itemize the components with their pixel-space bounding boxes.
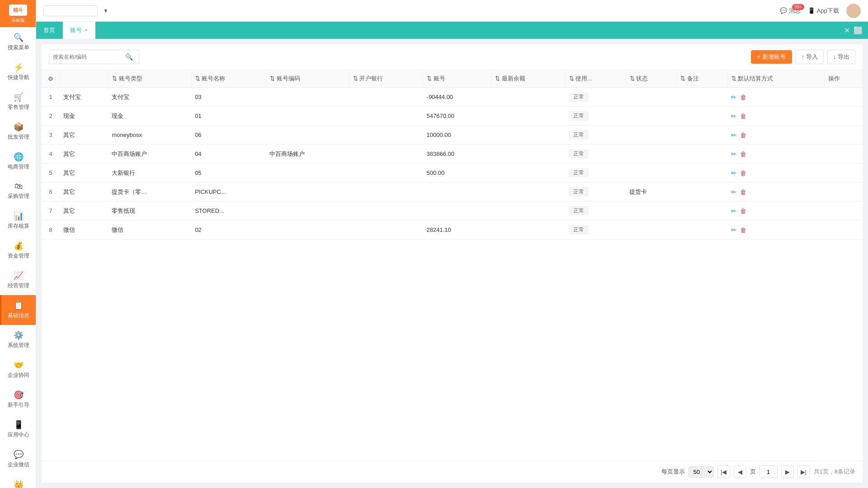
search-icon[interactable]: 🔍 [125,53,133,61]
tab-account-close[interactable]: × [85,27,88,33]
sidebar-item-new-guide[interactable]: 🎯 新手引导 [0,385,36,414]
import-button[interactable]: ↑ 导入 [796,50,824,64]
row-default-payment [677,202,728,221]
row-remark [626,126,677,145]
sidebar-item-enterprise-agreement[interactable]: 🤝 企业协同 [0,355,36,385]
search-input[interactable] [53,54,125,60]
edit-icon[interactable]: ✏ [731,113,736,120]
row-use-status [491,221,565,239]
first-page-btn[interactable]: |◀ [717,465,730,478]
tab-account[interactable]: 账号 × [63,22,95,39]
sidebar-item-member[interactable]: 👑 畅会员 [0,474,36,488]
pagination: 每页显示 50 100 200 |◀ ◀ 页 ▶ ▶| 共1页，8条记录 [42,460,863,483]
sidebar-item-search-menu[interactable]: 🔍 搜索菜单 [0,27,36,57]
topbar-search-input[interactable] [43,5,98,16]
message-btn[interactable]: 💬 消息 99+ [780,7,801,15]
col-default-payment[interactable]: ⇅ 默认结算方式 [727,70,824,88]
delete-icon[interactable]: 🗑 [740,207,746,215]
row-use-status [491,183,565,202]
delete-icon[interactable]: 🗑 [740,169,746,177]
edit-icon[interactable]: ✏ [731,169,736,177]
sidebar-item-enterprise-wechat[interactable]: 💬 企业微信 [0,444,36,474]
col-account-no[interactable]: ⇅ 账号 [423,70,491,88]
delete-icon[interactable]: 🗑 [740,113,746,120]
sidebar-item-ecommerce-manage[interactable]: 🌐 电商管理 [0,146,36,176]
row-account-type: 其它 [60,164,108,183]
row-actions: ✏ 🗑 [727,145,824,164]
delete-icon[interactable]: 🗑 [740,188,746,196]
sidebar-item-retail-manage[interactable]: 🛒 零售管理 [0,87,36,117]
col-latest-balance[interactable]: ⇅ 最新余额 [491,70,565,88]
add-account-button[interactable]: + 新增账号 [751,50,792,64]
sidebar-item-label: 资金管理 [8,252,29,260]
row-actions: ✏ 🗑 [727,164,824,183]
sort-icon: ⇅ [112,75,117,82]
edit-icon[interactable]: ✏ [731,226,736,234]
sidebar-item-label: 经营管理 [8,282,29,290]
maximize-window-icon[interactable]: ⬜ [854,26,863,35]
col-settings[interactable]: ⚙ [42,70,60,88]
sort-icon: ⇅ [195,75,200,82]
sidebar-item-wholesale-manage[interactable]: 📦 批发管理 [0,117,36,146]
row-account-code: 02 [191,221,266,239]
per-page-select[interactable]: 50 100 200 [689,466,714,478]
row-bank [266,88,349,107]
col-index [60,70,108,88]
row-latest-balance [423,202,491,221]
retail-icon: 🛒 [14,92,24,102]
edit-icon[interactable]: ✏ [731,131,736,139]
col-account-type[interactable]: ⇅ 账号类型 [108,70,191,88]
table-row: 2 现金 现金 01 547670.00 正常 ✏ 🗑 [42,107,863,126]
col-bank[interactable]: ⇅ 开户银行 [349,70,423,88]
quick-nav-icon: ⚡ [14,62,24,72]
page-label: 页 [750,468,756,476]
sidebar-item-label: 批发管理 [8,133,29,141]
last-page-btn[interactable]: ▶| [797,465,810,478]
row-index-num: 5 [42,164,60,183]
sidebar-item-inventory-check[interactable]: 📊 库存核算 [0,206,36,235]
sidebar-item-operation-manage[interactable]: 📈 经营管理 [0,265,36,295]
export-button[interactable]: ↓ 导出 [827,50,855,64]
user-avatar[interactable] [846,4,861,18]
sidebar-item-label: 快捷导航 [8,74,29,81]
sidebar-item-purchase-manage[interactable]: 🛍 采购管理 [0,176,36,206]
page-input[interactable] [760,465,778,478]
col-account-name[interactable]: ⇅ 账号名称 [191,70,266,88]
col-account-code[interactable]: ⇅ 账号编码 [266,70,349,88]
delete-icon[interactable]: 🗑 [740,150,746,158]
delete-icon[interactable]: 🗑 [740,94,746,101]
edit-icon[interactable]: ✏ [731,188,736,196]
delete-icon[interactable]: 🗑 [740,226,746,234]
close-window-icon[interactable]: ✕ [844,26,850,35]
row-account-type: 其它 [60,126,108,145]
app-download-btn[interactable]: 📱 App下载 [808,7,839,15]
row-latest-balance: 383866.00 [423,145,491,164]
delete-icon[interactable]: 🗑 [740,131,746,139]
sidebar-item-system-manage[interactable]: ⚙️ 系统管理 [0,325,36,355]
row-account-no [349,183,423,202]
sidebar-item-quick-nav[interactable]: ⚡ 快捷导航 [0,57,36,87]
sidebar-item-fund-manage[interactable]: 💰 资金管理 [0,235,36,265]
col-status[interactable]: ⇅ 状态 [626,70,677,88]
main-area: ▼ 💬 消息 99+ 📱 App下载 首页 账号 × ✕ ⬜ [36,0,868,488]
row-account-code: STORED... [191,202,266,221]
message-icon: 💬 [780,7,787,14]
topbar-dropdown-chevron[interactable]: ▼ [103,8,108,14]
prev-page-btn[interactable]: ◀ [734,465,746,478]
app-download-label: App下载 [817,7,839,15]
sidebar-item-label: 企业协同 [8,371,29,379]
col-remark[interactable]: ⇅ 备注 [677,70,728,88]
tab-home[interactable]: 首页 [36,22,63,39]
edit-icon[interactable]: ✏ [731,150,736,158]
col-use-status[interactable]: ⇅ 使用... [565,70,626,88]
row-default-payment [677,164,728,183]
sidebar-item-basic-info[interactable]: 📋 基础信息 [0,295,36,325]
wholesale-icon: 📦 [14,122,24,132]
edit-icon[interactable]: ✏ [731,207,736,215]
toolbar-right: + 新增账号 ↑ 导入 ↓ 导出 [751,50,855,64]
next-page-btn[interactable]: ▶ [781,465,794,478]
row-use-status [491,164,565,183]
sidebar-item-app-center[interactable]: 📱 应用中心 [0,414,36,444]
edit-icon[interactable]: ✏ [731,94,736,101]
accounts-table: ⚙ ⇅ 账号类型 ⇅ 账号名称 ⇅ 账号编码 ⇅ 开户银行 ⇅ 账号 ⇅ 最新余… [42,70,863,239]
